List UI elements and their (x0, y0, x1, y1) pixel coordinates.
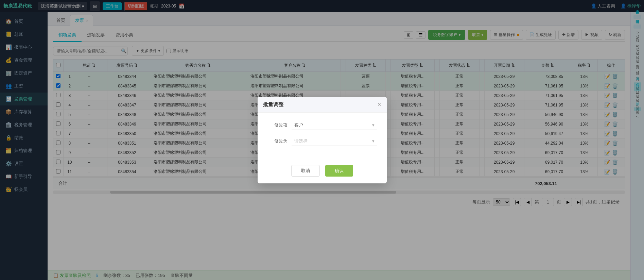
modify-field-select[interactable]: 客户 ▾ (292, 121, 377, 130)
modal-footer: 取消 确认 (258, 161, 387, 183)
modify-field-label: 修改项 (267, 122, 288, 128)
modify-to-placeholder: 请选择 (294, 138, 308, 144)
modify-to-select[interactable]: 请选择 ▾ (292, 137, 377, 146)
modal-close-btn[interactable]: × (378, 101, 381, 108)
chevron-down-to-icon: ▾ (372, 138, 375, 144)
cancel-btn[interactable]: 取消 (291, 165, 320, 177)
batch-adjust-modal: 批量调整 × 修改项 客户 ▾ 修改为 请选择 ▾ 取消 确认 (258, 97, 387, 183)
modify-to-label: 修改为 (267, 138, 288, 144)
modify-field-row: 修改项 客户 ▾ (267, 121, 377, 130)
confirm-btn[interactable]: 确认 (325, 165, 353, 177)
modal-title: 批量调整 (263, 101, 283, 108)
chevron-down-field-icon: ▾ (372, 122, 375, 128)
modal-body: 修改项 客户 ▾ 修改为 请选择 ▾ (258, 113, 387, 161)
modify-field-value: 客户 (294, 122, 303, 128)
modify-to-row: 修改为 请选择 ▾ (267, 137, 377, 146)
modal-overlay[interactable]: 批量调整 × 修改项 客户 ▾ 修改为 请选择 ▾ 取消 确认 (0, 0, 644, 280)
modal-header: 批量调整 × (258, 97, 387, 113)
